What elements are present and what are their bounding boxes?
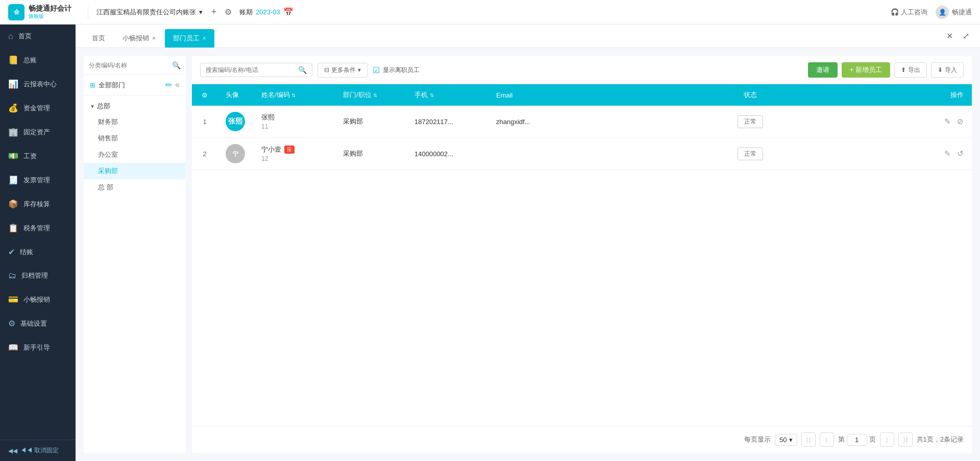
row-avatar-2: 宁	[217, 138, 253, 170]
sidebar-item-archive[interactable]: 🗂 归档管理	[0, 264, 76, 287]
checkout-icon: ✔	[8, 247, 15, 257]
close-dept-tab-icon[interactable]: ×	[203, 35, 206, 42]
tab-home[interactable]: 首页	[84, 29, 113, 47]
tab-dept-label: 部门员工	[173, 34, 200, 43]
dept-search: 🔍	[84, 56, 186, 75]
sidebar-item-expense[interactable]: 💳 小畅报销	[0, 287, 76, 311]
col-phone[interactable]: 手机 ⇅	[406, 84, 488, 106]
dept-node-office[interactable]: 办公室	[84, 147, 186, 163]
export-icon: ⬆	[901, 66, 906, 74]
dept-node-sales[interactable]: 销售部	[84, 130, 186, 147]
row-email-1: zhangxidf...	[488, 106, 590, 138]
finance-dept-label: 财务部	[98, 118, 118, 126]
sidebar-item-checkout[interactable]: ✔ 结账	[0, 240, 76, 264]
calendar-icon[interactable]: 📅	[283, 7, 293, 17]
tab-bar-actions: ✕ ⤢	[943, 30, 972, 42]
table-row: 2 宁 宁小壹 应 12	[192, 138, 972, 170]
page-number-input[interactable]	[847, 434, 867, 446]
row-status-1: 正常	[590, 106, 911, 138]
dept-edit-icon[interactable]: ✏	[165, 80, 172, 90]
dept-search-icon[interactable]: 🔍	[172, 61, 181, 69]
last-page-button[interactable]: ⟩⟩	[898, 432, 913, 447]
tab-expense-label: 小畅报销	[122, 34, 149, 43]
period-value: 2023-03	[256, 8, 280, 16]
sidebar-label-reports: 云报表中心	[23, 80, 57, 89]
invoice-icon: 🧾	[8, 175, 18, 185]
edit-employee-1-icon[interactable]: ✎	[944, 117, 951, 126]
dept-group-headquarter[interactable]: ▼ 总部	[84, 99, 186, 114]
user-area[interactable]: 👤 畅捷通	[936, 6, 972, 19]
sidebar-item-settings[interactable]: ⚙ 基础设置	[0, 311, 76, 335]
settings-button[interactable]: ⚙	[221, 5, 235, 19]
service-label: 人工咨询	[901, 8, 927, 17]
sidebar-item-ledger[interactable]: 📒 总账	[0, 48, 76, 72]
toolbar: 🔍 ⊟ 更多条件 ▾ ☑ 显示离职员工 邀请	[192, 56, 972, 84]
sidebar-label-fixed-assets: 固定资产	[23, 128, 50, 137]
invite-label: 邀请	[816, 66, 829, 74]
first-page-button[interactable]: ⟨⟨	[801, 432, 816, 447]
archive-icon: 🗂	[8, 271, 16, 280]
reset-employee-2-icon[interactable]: ↺	[957, 149, 964, 158]
phone-value-1: 187202117...	[414, 118, 453, 126]
dept-search-input[interactable]	[89, 62, 169, 69]
more-filters-button[interactable]: ⊟ 更多条件 ▾	[317, 63, 368, 78]
hq-dept-label: 总 部	[98, 183, 113, 191]
tab-department-employee[interactable]: 部门员工 ×	[165, 29, 214, 47]
sidebar-item-inventory[interactable]: 📦 库存核算	[0, 192, 76, 216]
page-content: 🔍 ⊞ 全部部门 ✏ « ▼ 总部	[76, 48, 980, 461]
add-tab-button[interactable]: +	[207, 5, 221, 19]
sidebar-label-ledger: 总账	[23, 56, 37, 65]
top-header: 会 畅捷通好会计 旗舰版 江西服宝精品有限责任公司内账张 ▾ + ⚙ 账期 20…	[0, 0, 980, 25]
tab-expense[interactable]: 小畅报销 ×	[114, 29, 164, 47]
add-employee-button[interactable]: + 新增员工	[842, 62, 890, 78]
employee-search-icon[interactable]: 🔍	[298, 66, 307, 74]
col-settings[interactable]: ⚙	[192, 84, 217, 106]
expense-icon: 💳	[8, 295, 18, 304]
employee-search-input[interactable]	[206, 66, 295, 74]
purchase-dept-label: 采购部	[98, 167, 118, 175]
sidebar-item-reports[interactable]: 📊 云报表中心	[0, 72, 76, 96]
sidebar-item-funds[interactable]: 💰 资金管理	[0, 96, 76, 120]
company-selector[interactable]: 江西服宝精品有限责任公司内账张 ▾	[92, 6, 207, 19]
import-button[interactable]: ⬇ 导入	[931, 62, 964, 78]
expand-tab-button[interactable]: ⤢	[960, 30, 972, 42]
customer-service-button[interactable]: 🎧 人工咨询	[891, 8, 927, 17]
close-expense-tab-icon[interactable]: ×	[152, 35, 156, 42]
sidebar-item-salary[interactable]: 💵 工资	[0, 144, 76, 168]
row-phone-2: 140000002...	[406, 138, 488, 170]
dept-value-1: 采购部	[343, 117, 363, 125]
close-tab-button[interactable]: ✕	[943, 30, 955, 42]
edit-employee-2-icon[interactable]: ✎	[944, 149, 951, 158]
emp-name-row-2: 宁小壹 应	[261, 145, 327, 154]
next-page-button[interactable]: ⟩	[880, 432, 894, 447]
sidebar-item-home[interactable]: ⌂ 首页	[0, 25, 76, 48]
disable-employee-1-icon[interactable]: ⊘	[957, 117, 964, 126]
ledger-icon: 📒	[8, 55, 18, 65]
col-dept[interactable]: 部门/职位 ⇅	[335, 84, 406, 106]
sidebar-item-invoice[interactable]: 🧾 发票管理	[0, 168, 76, 192]
employee-search-box: 🔍	[200, 63, 312, 77]
row-status-2: 正常	[590, 138, 911, 170]
dept-node-finance[interactable]: 财务部	[84, 114, 186, 130]
unpin-label: ◀◀ 取消固定	[20, 446, 59, 455]
company-dropdown-icon: ▾	[199, 8, 203, 16]
dept-node-purchase[interactable]: 采购部	[84, 163, 186, 179]
page-label: 第	[838, 435, 845, 444]
unpin-sidebar-button[interactable]: ◀◀ ◀◀ 取消固定	[0, 440, 76, 461]
invite-button[interactable]: 邀请	[808, 62, 838, 78]
export-button[interactable]: ⬆ 导出	[894, 62, 927, 78]
dept-node-hq[interactable]: 总 部	[84, 179, 186, 196]
inventory-icon: 📦	[8, 199, 18, 209]
col-name[interactable]: 姓名/编码 ⇅	[253, 84, 335, 106]
sidebar-label-funds: 资金管理	[23, 104, 50, 113]
prev-page-button[interactable]: ⟨	[820, 432, 834, 447]
sidebar-item-fixed-assets[interactable]: 🏢 固定资产	[0, 120, 76, 144]
dept-collapse-icon[interactable]: «	[175, 80, 180, 90]
emp-name-1: 张熙	[261, 113, 327, 122]
row-dept-2: 采购部	[335, 138, 406, 170]
show-resigned-toggle[interactable]: ☑ 显示离职员工	[373, 65, 420, 75]
dept-tree: ▼ 总部 财务部 销售部 办公室 采购部	[84, 95, 186, 453]
sidebar-item-tax[interactable]: 📋 税务管理	[0, 216, 76, 240]
sidebar-item-guide[interactable]: 📖 新手引导	[0, 335, 76, 359]
per-page-select[interactable]: 50 ▾	[775, 434, 797, 446]
